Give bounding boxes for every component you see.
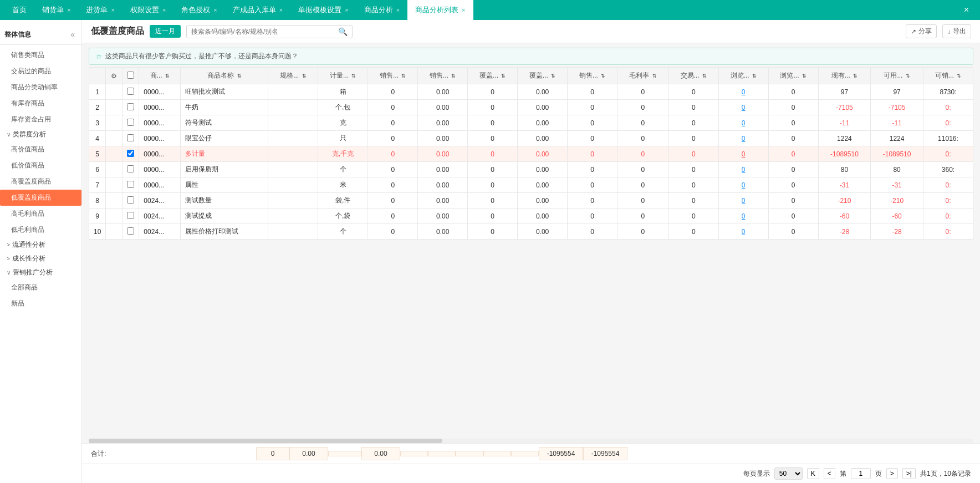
row-settings-cell[interactable]	[106, 146, 122, 162]
row-checkbox-cell[interactable]	[122, 131, 139, 146]
nav-home[interactable]: 首页	[4, 0, 34, 20]
nav-sales-order[interactable]: 销货单 ×	[34, 0, 78, 20]
sidebar-item-new-products[interactable]: 新品	[0, 296, 81, 312]
sort-arrows[interactable]: ⇅	[652, 73, 657, 79]
sidebar-item-high-coverage[interactable]: 高覆盖度商品	[0, 174, 81, 190]
col-browse1[interactable]: 浏览... ⇅	[718, 68, 768, 84]
search-icon[interactable]: 🔍	[338, 27, 348, 36]
row-checkbox-cell[interactable]	[122, 115, 139, 131]
row-settings-cell[interactable]	[106, 193, 122, 209]
row-checkbox-cell[interactable]	[122, 84, 139, 100]
scrollbar-thumb[interactable]	[89, 439, 442, 443]
col-sales-amt[interactable]: 销售... ⇅	[418, 68, 468, 84]
next-page-button[interactable]: >	[886, 468, 898, 479]
row-settings-cell[interactable]	[106, 131, 122, 146]
sidebar-group-growth[interactable]: > 成长性分析	[0, 252, 81, 266]
col-unit[interactable]: 计量... ⇅	[318, 68, 368, 84]
row-checkbox-cell[interactable]	[122, 162, 139, 177]
nav-purchase-order[interactable]: 进货单 ×	[78, 0, 122, 20]
nav-product-analysis[interactable]: 商品分析 ×	[356, 0, 407, 20]
col-settings[interactable]: ⚙	[106, 68, 122, 84]
sort-arrows[interactable]: ⇅	[401, 73, 406, 79]
sort-arrows[interactable]: ⇅	[957, 73, 961, 79]
col-current-stock[interactable]: 现有... ⇅	[818, 68, 871, 84]
nav-role-auth[interactable]: 角色授权 ×	[173, 0, 224, 20]
sidebar-group-cluster-analysis[interactable]: ∨ 类群度分析	[0, 128, 81, 141]
row-settings-cell[interactable]	[106, 209, 122, 224]
col-available[interactable]: 可用... ⇅	[871, 68, 923, 84]
sort-arrows[interactable]: ⇅	[853, 73, 858, 79]
row-browse1[interactable]: 0	[718, 84, 768, 100]
window-close-button[interactable]: ×	[957, 5, 976, 15]
col-cover-qty[interactable]: 覆盖... ⇅	[468, 68, 518, 84]
sidebar-collapse-button[interactable]: «	[68, 28, 77, 41]
close-icon[interactable]: ×	[67, 7, 70, 13]
row-settings-cell[interactable]	[106, 177, 122, 193]
sort-arrows[interactable]: ⇅	[351, 73, 356, 79]
sidebar-item-high-margin[interactable]: 高毛利商品	[0, 206, 81, 222]
row-checkbox-cell[interactable]	[122, 100, 139, 115]
col-spec[interactable]: 规格... ⇅	[268, 68, 318, 84]
sort-arrows[interactable]: ⇅	[601, 73, 605, 79]
close-icon[interactable]: ×	[345, 7, 348, 13]
first-page-button[interactable]: K	[807, 468, 819, 479]
sidebar-item-inventory-capital[interactable]: 库存资金占用	[0, 111, 81, 128]
row-settings-cell[interactable]	[106, 84, 122, 100]
col-gross-rate[interactable]: 毛利率 ⇅	[617, 68, 669, 84]
close-icon[interactable]: ×	[111, 7, 114, 13]
row-browse1[interactable]: 0	[718, 131, 768, 146]
close-icon[interactable]: ×	[213, 7, 217, 13]
sidebar-item-low-coverage[interactable]: 低覆盖度商品	[0, 190, 81, 206]
close-icon[interactable]: ×	[462, 7, 465, 13]
close-icon[interactable]: ×	[279, 7, 283, 13]
row-browse1[interactable]: 0	[718, 115, 768, 131]
col-browse2[interactable]: 浏览... ⇅	[768, 68, 818, 84]
time-filter-button[interactable]: 近一月	[150, 25, 181, 38]
nav-permission-settings[interactable]: 权限设置 ×	[122, 0, 173, 20]
row-settings-cell[interactable]	[106, 100, 122, 115]
col-trade[interactable]: 交易... ⇅	[668, 68, 718, 84]
row-browse1[interactable]: 0	[718, 100, 768, 115]
per-page-select[interactable]: 5020100200	[774, 467, 803, 480]
sort-arrows[interactable]: ⇅	[501, 73, 506, 79]
row-settings-cell[interactable]	[106, 115, 122, 131]
col-sales-qty[interactable]: 销售... ⇅	[368, 68, 418, 84]
prev-page-button[interactable]: <	[824, 468, 835, 479]
row-checkbox-cell[interactable]	[122, 177, 139, 193]
nav-product-analysis-list[interactable]: 商品分析列表 ×	[407, 0, 473, 20]
row-browse1[interactable]: 0	[718, 209, 768, 224]
select-all-checkbox[interactable]	[127, 72, 134, 79]
table-wrapper[interactable]: ⚙ 商... ⇅ 商品名称 ⇅	[89, 67, 973, 439]
col-checkbox[interactable]	[122, 68, 139, 84]
col-code[interactable]: 商... ⇅	[139, 68, 181, 84]
sidebar-item-category-turnover[interactable]: 商品分类动销率	[0, 79, 81, 95]
row-checkbox-cell[interactable]	[122, 224, 139, 240]
search-input[interactable]	[191, 28, 338, 35]
sidebar-item-low-value[interactable]: 低价值商品	[0, 157, 81, 174]
sort-arrows[interactable]: ⇅	[551, 73, 555, 79]
sort-arrows[interactable]: ⇅	[302, 73, 307, 79]
sidebar-item-stocked-products[interactable]: 有库存商品	[0, 95, 81, 111]
sort-arrows[interactable]: ⇅	[237, 73, 242, 79]
row-settings-cell[interactable]	[106, 224, 122, 240]
col-cover-amt[interactable]: 覆盖... ⇅	[518, 68, 568, 84]
horizontal-scrollbar[interactable]	[89, 439, 973, 443]
row-settings-cell[interactable]	[106, 162, 122, 177]
page-number-input[interactable]	[851, 468, 871, 479]
sort-arrows[interactable]: ⇅	[165, 73, 170, 79]
sidebar-item-low-margin[interactable]: 低毛利商品	[0, 222, 81, 238]
sidebar-item-high-value[interactable]: 高价值商品	[0, 141, 81, 157]
export-button[interactable]: ↓ 导出	[942, 24, 971, 38]
sort-arrows[interactable]: ⇅	[752, 73, 757, 79]
close-icon[interactable]: ×	[162, 7, 166, 13]
sort-arrows[interactable]: ⇅	[702, 73, 707, 79]
row-checkbox-cell[interactable]	[122, 193, 139, 209]
sidebar-group-liquidity[interactable]: > 流通性分析	[0, 238, 81, 252]
col-name[interactable]: 商品名称 ⇅	[181, 68, 268, 84]
col-sales-cnt[interactable]: 销售... ⇅	[568, 68, 617, 84]
row-browse1[interactable]: 0	[718, 193, 768, 209]
settings-icon[interactable]: ⚙	[111, 72, 117, 80]
row-checkbox-cell[interactable]	[122, 209, 139, 224]
col-sellable[interactable]: 可销... ⇅	[923, 68, 973, 84]
nav-product-warehouse[interactable]: 产成品入库单 ×	[225, 0, 290, 20]
